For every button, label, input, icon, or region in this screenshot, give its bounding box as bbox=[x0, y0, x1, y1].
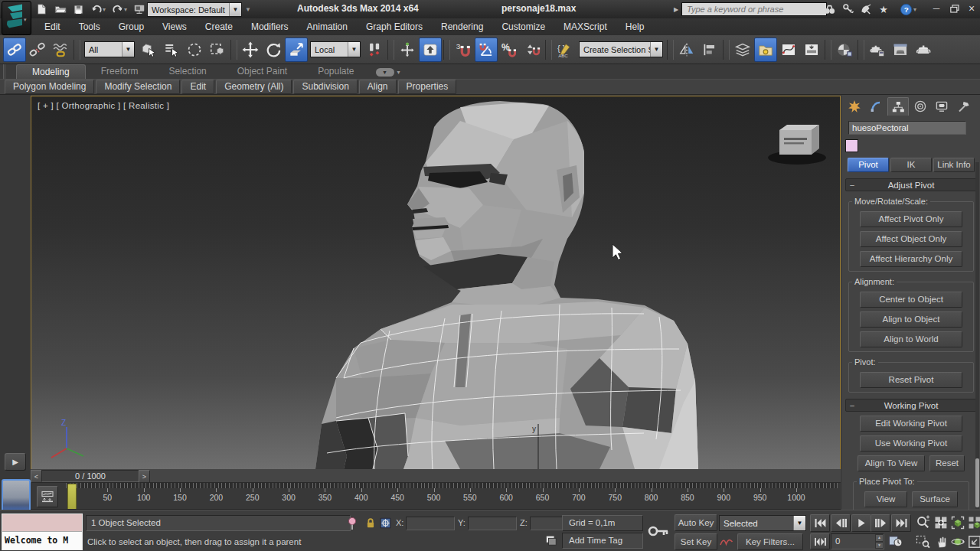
play-animation-button[interactable] bbox=[851, 514, 871, 532]
previous-frame-button[interactable] bbox=[831, 514, 851, 532]
rendered-frame-icon[interactable] bbox=[889, 37, 912, 62]
menu-rendering[interactable]: Rendering bbox=[432, 18, 492, 35]
restore-button[interactable] bbox=[946, 2, 963, 15]
help-icon[interactable]: ? bbox=[897, 2, 914, 17]
ribbon-tab-modeling[interactable]: Modeling bbox=[16, 64, 86, 79]
menu-help[interactable]: Help bbox=[616, 18, 654, 35]
align-icon[interactable] bbox=[698, 37, 721, 62]
scene-explorer-toggle-icon[interactable] bbox=[754, 37, 777, 62]
menu-maxscript[interactable]: MAXScript bbox=[554, 18, 616, 35]
tab-create[interactable] bbox=[844, 97, 864, 115]
reference-coordinate-dropdown[interactable]: Local▼ bbox=[310, 41, 361, 57]
ribbon-panel-align[interactable]: Align bbox=[359, 80, 397, 94]
zoom-icon[interactable] bbox=[914, 514, 931, 530]
key-filters-button[interactable]: Key Filters... bbox=[737, 533, 803, 550]
object-name-field[interactable]: huesoPectoral bbox=[848, 121, 966, 135]
zoom-all-icon[interactable] bbox=[933, 514, 949, 530]
favorites-star-icon[interactable]: ★ bbox=[875, 2, 892, 17]
time-slider-readout[interactable]: 0 / 1000 bbox=[41, 470, 139, 482]
ribbon-panel-geometry-all-[interactable]: Geometry (All) bbox=[216, 80, 292, 94]
window-crossing-icon[interactable] bbox=[206, 37, 229, 62]
ribbon-minimize-icon[interactable]: ▼ bbox=[376, 68, 394, 77]
set-keys-key-icon[interactable] bbox=[647, 521, 670, 541]
spinner-snap-icon[interactable] bbox=[521, 37, 544, 62]
key-selection-dropdown[interactable]: Selected ▼ bbox=[719, 515, 806, 531]
ribbon-panel-edit[interactable]: Edit bbox=[181, 80, 214, 94]
active-layout-tab[interactable] bbox=[2, 479, 31, 513]
panel-scrollbar-thumb[interactable] bbox=[975, 458, 979, 507]
menu-customize[interactable]: Customize bbox=[492, 18, 554, 35]
named-selection-set-dropdown[interactable]: Create Selection Se▼ bbox=[579, 41, 663, 57]
application-menu-button[interactable]: ▾ bbox=[2, 1, 31, 35]
affect-hierarchy-only-button[interactable]: Affect Hierarchy Only bbox=[860, 251, 962, 267]
panel-scrollbar[interactable] bbox=[975, 162, 979, 509]
close-button[interactable]: × bbox=[963, 2, 980, 15]
menu-tools[interactable]: Tools bbox=[70, 18, 109, 35]
open-mini-curve-editor-icon[interactable] bbox=[37, 486, 58, 507]
maximize-viewport-toggle-icon[interactable] bbox=[966, 533, 980, 549]
ribbon-tab-selection[interactable]: Selection bbox=[153, 64, 221, 79]
open-file-icon[interactable] bbox=[52, 2, 67, 16]
use-working-pivot-button[interactable]: Use Working Pivot bbox=[860, 435, 962, 452]
bind-to-space-warp-icon[interactable] bbox=[49, 37, 72, 62]
use-pivot-center-icon[interactable] bbox=[363, 37, 386, 62]
object-color-swatch[interactable] bbox=[845, 139, 858, 152]
add-time-tag[interactable]: Add Time Tag bbox=[562, 533, 643, 549]
snap-toggle-3d-icon[interactable]: 3 bbox=[452, 37, 475, 62]
menu-views[interactable]: Views bbox=[153, 18, 196, 35]
listener-pane[interactable]: Welcome to M bbox=[2, 532, 82, 549]
viewport[interactable]: [ + ] [ Orthographic ] [ Realistic ] bbox=[31, 96, 841, 470]
ribbon-tab-populate[interactable]: Populate bbox=[302, 64, 369, 79]
adjust-pivot-rollout-header[interactable]: − Adjust Pivot bbox=[845, 178, 977, 191]
keyboard-override-icon[interactable] bbox=[419, 37, 442, 62]
angle-snap-icon[interactable] bbox=[475, 37, 498, 62]
open-listener-window-icon[interactable] bbox=[545, 534, 557, 546]
ribbon-grip[interactable] bbox=[3, 64, 16, 79]
orbit-icon[interactable] bbox=[949, 533, 966, 549]
ribbon-panel-polygon-modeling[interactable]: Polygon Modeling bbox=[5, 80, 94, 94]
layer-manager-icon[interactable] bbox=[731, 37, 754, 62]
render-production-icon[interactable] bbox=[912, 37, 935, 62]
schematic-view-icon[interactable] bbox=[800, 37, 823, 62]
set-key-button[interactable]: Set Key bbox=[675, 533, 717, 550]
go-to-start-button[interactable] bbox=[810, 514, 830, 532]
selection-lock-icon[interactable] bbox=[364, 516, 377, 530]
pan-hand-icon[interactable] bbox=[933, 533, 949, 549]
edit-working-pivot-button[interactable]: Edit Working Pivot bbox=[860, 416, 962, 432]
place-pivot-view-button[interactable]: View bbox=[864, 491, 907, 507]
align-to-world-button[interactable]: Align to World bbox=[860, 331, 962, 347]
undo-icon[interactable] bbox=[89, 2, 104, 16]
zoom-extents-icon[interactable] bbox=[949, 514, 966, 530]
menu-create[interactable]: Create bbox=[196, 18, 242, 35]
percent-snap-icon[interactable]: % bbox=[498, 37, 521, 62]
working-pivot-rollout-header[interactable]: − Working Pivot bbox=[845, 399, 977, 412]
tab-utilities[interactable] bbox=[953, 97, 973, 115]
place-pivot-surface-button[interactable]: Surface bbox=[912, 491, 958, 507]
select-and-scale-icon[interactable] bbox=[285, 37, 308, 62]
reset-pivot-button[interactable]: Reset Pivot bbox=[860, 372, 962, 388]
menu-group[interactable]: Group bbox=[109, 18, 153, 35]
workspace-dropdown[interactable]: Workspace: Default ▼ bbox=[147, 2, 242, 17]
time-configuration-icon[interactable] bbox=[888, 533, 903, 548]
workspace-flyout-caret[interactable]: ▼ bbox=[245, 6, 251, 13]
select-by-name-icon[interactable] bbox=[160, 37, 183, 62]
new-file-icon[interactable] bbox=[34, 2, 49, 16]
redo-menu-caret[interactable]: ▾ bbox=[124, 6, 127, 13]
save-file-icon[interactable] bbox=[70, 2, 86, 16]
link-info-tab[interactable]: Link Info bbox=[933, 158, 975, 172]
ribbon-panel-modify-selection[interactable]: Modify Selection bbox=[96, 80, 180, 94]
dropdown-arrow-icon[interactable]: ▼ bbox=[348, 42, 360, 57]
tab-hierarchy[interactable] bbox=[887, 97, 909, 116]
current-frame-field[interactable]: 0 ▲▼ bbox=[831, 533, 884, 549]
dropdown-arrow-icon[interactable]: ▼ bbox=[122, 42, 134, 57]
select-and-move-icon[interactable] bbox=[239, 37, 262, 62]
default-tangent-icon[interactable] bbox=[719, 534, 734, 548]
tab-modify[interactable] bbox=[866, 97, 886, 115]
frame-spinner[interactable]: ▲▼ bbox=[875, 534, 884, 549]
search-binoculars-icon[interactable] bbox=[821, 2, 838, 17]
ribbon-panel-properties[interactable]: Properties bbox=[398, 80, 457, 94]
dropdown-arrow-icon[interactable]: ▼ bbox=[793, 516, 805, 530]
previous-frame-arrow[interactable]: < bbox=[31, 470, 42, 483]
undo-menu-caret[interactable]: ▾ bbox=[103, 6, 106, 13]
menu-animation[interactable]: Animation bbox=[298, 18, 357, 35]
